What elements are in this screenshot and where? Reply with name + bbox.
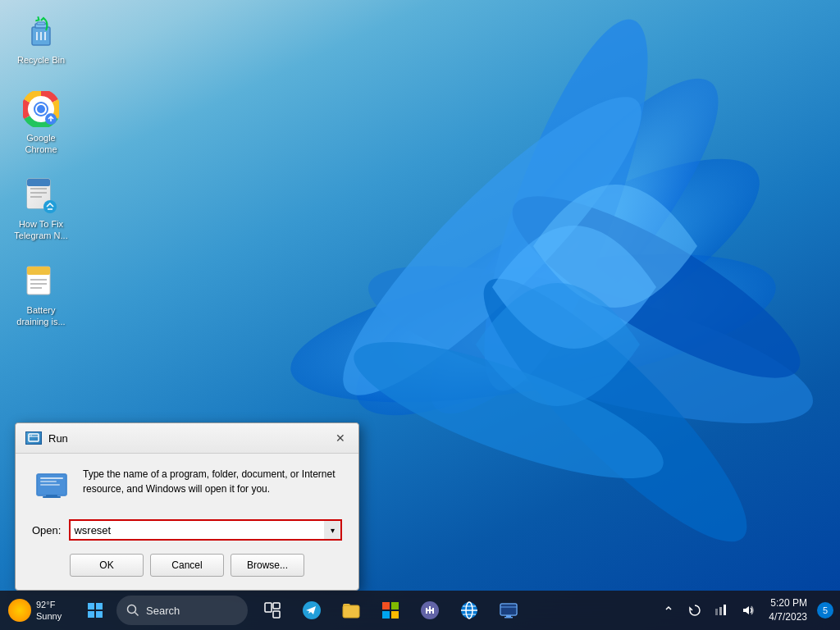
svg-line-44 [135,613,139,616]
svg-rect-55 [391,611,399,619]
svg-rect-29 [29,434,39,441]
run-body: Type the name of a program, folder, docu… [16,454,358,513]
desktop: Recycle Bin Google Chrome [0,0,840,630]
browser-taskbar-icon[interactable] [451,592,487,628]
tray-volume-icon[interactable] [736,599,759,622]
svg-rect-25 [27,267,50,275]
battery-doc-icon[interactable]: Battery draining is... [8,258,74,331]
clock-date: 4/7/2023 [769,610,807,624]
svg-rect-69 [724,605,726,615]
svg-rect-68 [719,607,722,615]
run-open-row: Open: ▾ [16,513,358,554]
taskbar-center-icons [254,592,527,628]
svg-rect-36 [40,484,60,486]
svg-rect-66 [504,617,513,619]
search-bar[interactable]: Search [116,596,248,625]
svg-rect-39 [88,603,94,609]
weather-sun-icon [8,599,31,622]
run-dialog: Run ✕ Type the name of a program, folder… [15,422,359,591]
battery-doc-label: Battery draining is... [11,304,71,328]
weather-widget[interactable]: 92°F Sunny [0,599,74,623]
tray-network-icon[interactable] [710,599,733,622]
search-icon [126,604,139,617]
svg-rect-34 [40,477,63,479]
svg-rect-45 [265,603,272,612]
weather-temp: 92°F [36,599,62,610]
search-label: Search [146,605,180,617]
run-cancel-button[interactable]: Cancel [150,554,224,577]
google-chrome-icon[interactable]: Google Chrome [8,86,74,159]
svg-rect-11 [37,22,45,25]
teams-taskbar-icon[interactable] [412,592,448,628]
run-buttons: OK Cancel Browse... [16,554,358,590]
svg-point-23 [43,200,57,213]
svg-rect-47 [273,611,280,618]
file-explorer-taskbar-icon[interactable] [333,592,369,628]
run-titlebar: Run ✕ [16,423,358,454]
svg-rect-54 [382,611,390,619]
svg-rect-38 [43,496,61,498]
run-body-icon [32,467,71,500]
taskbar: 92°F Sunny Search [0,591,840,630]
svg-rect-46 [273,603,280,609]
svg-point-43 [128,605,136,614]
run-title-text: Run [48,432,332,445]
tray-chevron-button[interactable] [657,599,680,622]
chrome-label: Google Chrome [11,132,71,156]
svg-rect-42 [96,611,103,618]
svg-rect-41 [88,611,94,618]
system-clock[interactable]: 5:20 PM 4/7/2023 [762,596,814,624]
run-input-container: ▾ [69,519,342,541]
recycle-bin-icon[interactable]: Recycle Bin [8,8,74,69]
svg-rect-35 [40,481,57,482]
run-ok-button[interactable]: OK [70,554,144,577]
battery-doc-image [21,262,61,301]
run-input[interactable] [71,521,324,539]
notification-badge[interactable]: 5 [817,602,833,619]
svg-rect-53 [391,602,399,609]
svg-rect-65 [506,615,511,617]
run-title-icon [25,431,42,445]
svg-point-15 [37,105,45,113]
run-close-button[interactable]: ✕ [332,430,349,446]
svg-rect-40 [96,603,103,609]
run-dropdown-button[interactable]: ▾ [324,521,340,539]
start-button[interactable] [77,592,113,628]
remote-desktop-taskbar-icon[interactable] [491,592,527,628]
system-tray: 5:20 PM 4/7/2023 5 [657,596,840,624]
svg-rect-67 [715,609,718,615]
run-open-label: Open: [32,524,61,536]
clock-time: 5:20 PM [770,596,807,610]
recycle-bin-label: Recycle Bin [17,54,65,66]
run-description: Type the name of a program, folder, docu… [83,467,342,496]
tray-refresh-icon[interactable] [683,599,706,622]
telegram-taskbar-icon[interactable] [294,592,330,628]
task-view-button[interactable] [254,592,290,628]
svg-rect-22 [27,179,50,186]
run-browse-button[interactable]: Browse... [231,554,304,577]
telegram-doc-image [21,176,61,215]
recycle-bin-image [21,11,61,51]
svg-rect-31 [30,436,32,436]
weather-condition: Sunny [36,610,62,622]
weather-info: 92°F Sunny [36,599,62,623]
telegram-doc-icon[interactable]: How To Fix Telegram N... [8,172,74,245]
ms-store-taskbar-icon[interactable] [372,592,409,628]
chrome-image [21,89,61,129]
svg-rect-63 [501,605,516,614]
svg-rect-52 [382,602,390,609]
telegram-doc-label: How To Fix Telegram N... [11,218,71,242]
